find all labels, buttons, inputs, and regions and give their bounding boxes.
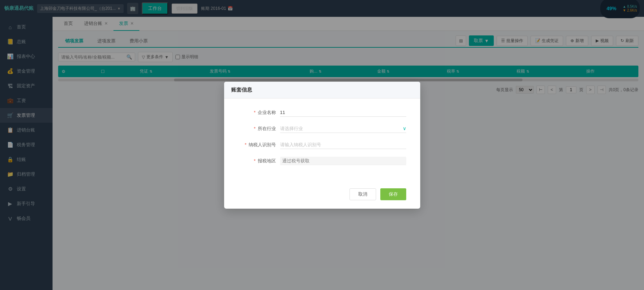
company-name-label: * 企业名称: [238, 109, 280, 116]
company-name-input[interactable]: [280, 108, 406, 117]
company-name-row: * 企业名称: [238, 108, 406, 117]
industry-label: * 所在行业: [238, 126, 280, 132]
account-info-modal: 账套信息 * 企业名称 * 所在行业 请选择行业: [224, 82, 420, 209]
cancel-button[interactable]: 取消: [349, 188, 376, 200]
modal-footer: 取消 保存: [224, 183, 420, 209]
save-button[interactable]: 保存: [380, 188, 406, 200]
tax-region-input: [280, 157, 406, 165]
modal-body: * 企业名称 * 所在行业 请选择行业 ∨: [224, 99, 420, 183]
industry-select[interactable]: 请选择行业: [280, 124, 406, 133]
modal-header: 账套信息: [224, 82, 420, 99]
industry-row: * 所在行业 请选择行业 ∨: [238, 124, 406, 133]
tax-id-label: * 纳税人识别号: [238, 142, 280, 148]
modal-overlay[interactable]: 账套信息 * 企业名称 * 所在行业 请选择行业: [0, 0, 644, 290]
tax-region-label: * 报税地区: [238, 158, 280, 164]
tax-id-row: * 纳税人识别号: [238, 141, 406, 149]
tax-id-input[interactable]: [280, 141, 406, 149]
tax-region-row: * 报税地区: [238, 157, 406, 165]
industry-select-wrap: 请选择行业 ∨: [280, 124, 406, 133]
